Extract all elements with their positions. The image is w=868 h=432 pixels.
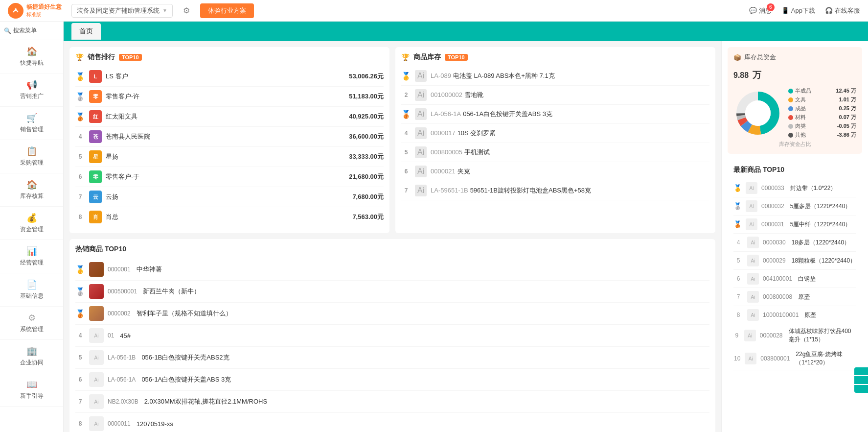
rank-number: 8 — [75, 214, 85, 220]
product-image: Ai — [89, 350, 104, 365]
product-image — [89, 284, 104, 299]
sidebar-item-operations[interactable]: 📊 经营管理 — [0, 240, 63, 273]
sale-amount: 51,183.00元 — [349, 92, 384, 101]
product-image: Ai — [89, 372, 104, 387]
rank-item: 🥉 Ai LA-056-1A056-1A白色按键开关盖ABS 3克 — [401, 105, 709, 124]
sidebar-item-label: 新手引导 — [20, 392, 44, 400]
list-item: 6 Ai LA-056-1A 056-1A白色按键开关盖ABS 3克 — [75, 369, 709, 391]
new-products-list: 🥇 Ai 0000033 封边带（1.0*22） 🥈 Ai 0000032 5厘… — [733, 179, 856, 370]
product-code: LA-056-1B — [108, 354, 136, 361]
sidebar-item-marketing[interactable]: 📢 营销推广 — [0, 73, 63, 107]
tab-home[interactable]: 首页 — [71, 23, 101, 40]
rank-number: 4 — [75, 133, 85, 140]
customer-name: 星扬 — [106, 152, 345, 161]
online-service-button[interactable]: 🎧 在线客服 — [825, 6, 860, 15]
sidebar-item-finance[interactable]: 💰 资金管理 — [0, 207, 63, 240]
product-image: Ai — [89, 328, 104, 343]
settings-icon[interactable]: ⚙ — [179, 3, 194, 19]
sidebar-item-purchase[interactable]: 📋 采购管理 — [0, 140, 63, 173]
medal-icon: 🥇 — [75, 72, 85, 81]
hot-products-title: 热销商品 TOP10 — [75, 245, 709, 254]
logo-sub: 标准版 — [26, 11, 62, 18]
product-info: 000001710S 变刹罗紧 — [431, 129, 709, 138]
trophy-icon: 🏆 — [75, 53, 84, 61]
product-name: 2.0X30MM双排花轴,搓花直径2.1MM/ROHS — [144, 397, 267, 406]
box-icon: 📦 — [733, 54, 741, 61]
svg-point-1 — [15, 8, 17, 10]
product-info: LA-056-1A056-1A白色按键开关盖ABS 3克 — [431, 110, 709, 119]
list-item: 9 Ai 0000028 体城荔枝味苏打饮品400毫升（1*15） — [733, 324, 856, 347]
customer-hotline-button[interactable]: 客服热线 — [854, 367, 868, 375]
search-menu[interactable]: 🔍 搜索菜单 — [0, 22, 63, 40]
rank-number: 4 — [75, 332, 85, 339]
product-code: 0000028 — [760, 332, 783, 339]
avatar: L — [89, 70, 102, 83]
trial-button[interactable]: 体验行业方案 — [200, 3, 254, 18]
new-products-panel: 最新商品 TOP10 🥇 Ai 0000033 封边带（1.0*22） 🥈 Ai — [728, 160, 862, 376]
product-name: 056-1A白色按键开关盖ABS 3克 — [141, 375, 231, 384]
app-download-button[interactable]: 📱 App下载 — [781, 6, 815, 15]
medal-icon: 🥇 — [733, 184, 742, 192]
rank-item: 7 Ai LA-59651-1B59651-1B旋转投影灯电池盒ABS黑色+58… — [401, 181, 709, 200]
service-community-button[interactable]: 服务社区 — [854, 376, 868, 384]
legend-label: 半成品 — [795, 87, 834, 95]
message-button[interactable]: 💬 消息 6 — [749, 6, 772, 15]
sidebar-item-label: 企业协同 — [20, 359, 44, 367]
rank-item: 7 云 云扬 7,680.00元 — [75, 187, 384, 207]
enterprise-icon: 🏢 — [26, 346, 37, 357]
product-image: Ai — [745, 353, 756, 364]
rank-number: 7 — [75, 193, 85, 200]
product-name: 智利车子里（规格不知道填什么） — [137, 309, 232, 318]
customer-name: 零售客户-许 — [106, 92, 345, 101]
sidebar-item-enterprise[interactable]: 🏢 企业协同 — [0, 340, 63, 373]
product-info: 001000002雪地靴 — [431, 91, 709, 99]
sidebar-item-sales[interactable]: 🛒 销售管理 — [0, 107, 63, 140]
sidebar-item-guide[interactable]: 📖 新手引导 — [0, 373, 63, 407]
rank-item: 5 Ai 000800005手机测试 — [401, 143, 709, 162]
marketing-icon: 📢 — [26, 79, 37, 90]
legend-item: 肉类 -0.05 万 — [788, 122, 856, 130]
chart-caption: 库存资金占比 — [733, 141, 856, 148]
sidebar-item-quick-nav[interactable]: 🏠 快捷导航 — [0, 40, 63, 73]
product-name: 体城荔枝味苏打饮品400毫升（1*15） — [789, 327, 856, 344]
right-panel: 📦 库存总资金 9.88 万 — [721, 41, 868, 432]
product-name: 原垄 — [804, 311, 816, 319]
list-item: 8 Ai 10000100001 原垄 — [733, 306, 856, 324]
product-name: 056-1B白色按键开关壳ABS2克 — [141, 353, 229, 362]
sidebar-item-inventory[interactable]: 🏠 库存核算 — [0, 173, 63, 207]
product-name: 新西兰牛肉（新牛） — [143, 287, 200, 296]
product-info: 0000021夹克 — [431, 167, 709, 176]
product-code: 0000011 — [108, 420, 131, 427]
nav-tabs: 首页 — [64, 22, 868, 41]
system-selector[interactable]: 装备及固定资产辅助管理系统 ▼ — [71, 4, 173, 18]
top-badge: TOP10 — [445, 54, 468, 61]
sales-icon: 🛒 — [26, 113, 37, 123]
product-name: 22g鱼豆腐·烧烤味（1*12*20） — [796, 350, 856, 367]
stock-ranking-panel: 🏆 商品库存 TOP10 🥇 Ai LA-089电池盖 LA-089 ABS本色… — [395, 47, 715, 233]
customer-name: 红太阳文具 — [106, 112, 345, 121]
product-code: 0000001 — [108, 266, 131, 273]
product-name: 45# — [120, 332, 131, 339]
product-code: 004100001 — [763, 275, 792, 282]
rank-item: 5 星 星扬 33,333.00元 — [75, 147, 384, 167]
sidebar-item-label: 系统管理 — [20, 325, 44, 334]
product-image: Ai — [747, 237, 759, 248]
customer-name: 苍南县人民医院 — [106, 132, 345, 141]
donut-chart — [733, 89, 782, 138]
product-code: 0000002 — [108, 310, 131, 317]
rank-item: 🥉 红 红太阳文具 40,925.00元 — [75, 107, 384, 127]
rank-number: 7 — [733, 293, 743, 300]
list-item: 🥇 0000001 中华神薯 — [75, 259, 709, 281]
list-item: 🥉 Ai 0000031 5厘中纤（1220*2440） — [733, 216, 856, 234]
product-code: 0000030 — [763, 239, 786, 246]
sidebar-item-system[interactable]: ⚙ 系统管理 — [0, 307, 63, 340]
sidebar-item-basic-info[interactable]: 📄 基础信息 — [0, 273, 63, 307]
new-products-label: 最新商品 TOP10 — [733, 166, 784, 174]
legend-value: 0.25 万 — [839, 105, 856, 112]
product-name: 5厘多层（1220*2440） — [790, 202, 851, 211]
list-item: 7 Ai 000800008 原垄 — [733, 288, 856, 306]
header: 畅捷通好生意 标准版 装备及固定资产辅助管理系统 ▼ ⚙ 体验行业方案 💬 消息… — [0, 0, 868, 22]
rank-number: 7 — [75, 398, 85, 405]
rank-item: 🥇 L LS 客户 53,006.26元 — [75, 67, 384, 87]
live-broadcast-button[interactable]: 直播 — [854, 385, 868, 393]
